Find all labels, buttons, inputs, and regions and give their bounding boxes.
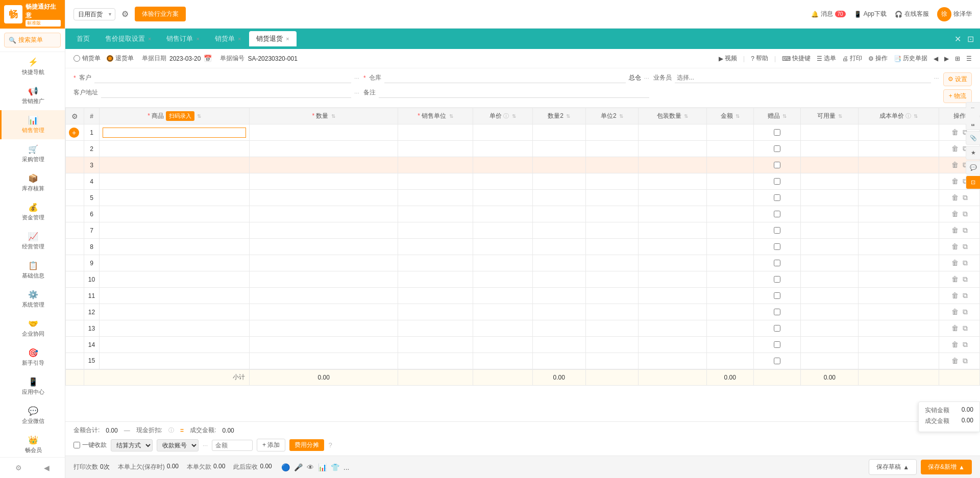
col-gear-icon[interactable]: ⚙ [71,112,78,120]
delete-row-6[interactable]: 🗑 [951,210,959,218]
topbar-gear-icon[interactable]: ⚙ [119,7,131,21]
footer-icon-5[interactable]: 👕 [330,463,340,471]
account-select[interactable]: 收款账号 [157,439,199,451]
tab-sales-order[interactable]: 销售订单 × [159,31,206,46]
save-new-btn[interactable]: 保存&新增 ▲ [921,460,972,474]
copy-row-5[interactable]: ⧉ [963,193,968,202]
delete-row-9[interactable]: 🗑 [951,259,959,267]
qty2-sort[interactable]: ⇅ [566,113,570,119]
delete-row-4[interactable]: 🗑 [951,177,959,186]
gift-checkbox-13[interactable] [774,325,780,332]
delete-row-14[interactable]: 🗑 [951,340,959,349]
qty-input-1[interactable] [253,128,395,137]
cost-price-cell-1[interactable] [859,124,939,141]
cost-price-sort[interactable]: ⇅ [914,113,918,119]
sidebar-item-shortcuts[interactable]: ⚡ 快捷导航 [0,52,65,81]
help-btn[interactable]: ? 帮助 [751,54,768,63]
print-btn[interactable]: 🖨 打印 [842,54,862,63]
next-record-btn[interactable]: ▶ [944,55,949,62]
available-cell-1[interactable] [801,124,859,141]
add-payment-btn[interactable]: + 添加 [257,439,285,451]
right-tool-active[interactable]: ⊡ [966,175,980,189]
unit-price-help[interactable]: ⓘ [503,113,509,119]
experience-btn[interactable]: 体验行业方案 [135,7,186,21]
unit-price-cell-1[interactable] [473,124,532,141]
copy-row-8[interactable]: ⧉ [963,242,968,251]
list-view-btn[interactable]: ☰ [966,55,972,62]
gift-sort[interactable]: ⇅ [782,113,787,119]
footer-icon-6[interactable]: ... [342,463,351,471]
customer-address-input[interactable] [101,87,351,98]
delete-row-15[interactable]: 🗑 [951,357,959,365]
right-tool-star[interactable]: ★ [966,146,980,160]
sidebar-item-apps[interactable]: 📱 应用中心 [0,372,65,401]
sidebar-item-basic[interactable]: 📋 基础信息 [0,256,65,285]
gift-checkbox-1[interactable] [774,129,780,136]
copy-row-12[interactable]: ⧉ [963,308,968,316]
discount-help[interactable]: ⓘ [168,426,174,434]
one-click-label[interactable]: 一键收款 [74,441,107,449]
copy-row-7[interactable]: ⧉ [963,226,968,235]
sidebar-item-operations[interactable]: 📈 经营管理 [0,227,65,256]
right-tool-attach[interactable]: 📎 [966,131,980,145]
qty-sort[interactable]: ⇅ [331,113,335,119]
qty-cell-2[interactable] [250,141,398,157]
gift-checkbox-11[interactable] [774,292,780,299]
cost-price-help[interactable]: ⓘ [905,113,911,119]
prev-record-btn[interactable]: ◀ [934,55,938,62]
footer-icon-4[interactable]: 📊 [317,463,328,471]
delete-row-13[interactable]: 🗑 [951,324,959,333]
gift-checkbox-4[interactable] [774,178,780,185]
tab-close-sales-order[interactable]: × [196,36,199,42]
sidebar-item-sales[interactable]: 📊 销售管理 [0,110,65,139]
online-service-btn[interactable]: 🎧 在线客服 [895,10,929,18]
available-sort[interactable]: ⇅ [838,113,842,119]
sidebar-item-system[interactable]: ⚙️ 系统管理 [0,285,65,314]
tab-price-settings[interactable]: 售价提取设置 × [98,31,158,46]
gift-checkbox-8[interactable] [774,243,780,250]
app-download-btn[interactable]: 📱 App下载 [854,10,887,18]
fee-help-icon[interactable]: ? [328,441,332,449]
sidebar-item-cooperation[interactable]: 🤝 企业协同 [0,314,65,343]
select-order-btn[interactable]: ☰ 选单 [817,54,836,63]
sales-unit-cell-1[interactable] [398,124,473,141]
remarks-input[interactable] [379,87,649,98]
delete-row-12[interactable]: 🗑 [951,308,959,316]
collapse-footer-btn[interactable]: ◀ [42,462,52,474]
gift-checkbox-7[interactable] [774,227,780,234]
copy-row-6[interactable]: ⧉ [963,210,968,218]
scan-input-btn[interactable]: 扫码录入 [166,111,194,121]
tab-close-price-settings[interactable]: × [148,36,151,42]
delete-row-btn-1[interactable]: 🗑 [951,128,959,137]
footer-icon-1[interactable]: 🔵 [280,463,291,471]
copy-row-11[interactable]: ⧉ [963,291,968,300]
sidebar-item-finance[interactable]: 💰 资金管理 [0,197,65,227]
copy-row-14[interactable]: ⧉ [963,340,968,349]
module-select[interactable]: 日用百货 [74,8,115,20]
gift-checkbox-5[interactable] [774,194,780,201]
delete-row-7[interactable]: 🗑 [951,226,959,235]
copy-row-9[interactable]: ⧉ [963,259,968,267]
right-tool-message[interactable]: 💬 [966,161,980,174]
radio-sales[interactable]: 销货单 [74,54,101,63]
search-menu-button[interactable]: 🔍 搜索菜单 [4,33,61,47]
logistics-btn[interactable]: + 物流 [943,89,972,103]
footer-icon-2[interactable]: 🎤 [293,463,304,471]
unit-price-sort[interactable]: ⇅ [512,113,516,119]
sidebar-item-wechat[interactable]: 💬 企业微信 [0,401,65,430]
copy-row-10[interactable]: ⧉ [963,275,968,284]
sidebar-item-guide[interactable]: 🎯 新手引导 [0,343,65,372]
gift-checkbox-2[interactable] [774,145,780,152]
calendar-icon[interactable]: 📅 [204,55,212,62]
radio-sales-input[interactable] [74,55,80,62]
product-sort[interactable]: ⇅ [197,113,201,119]
tab-close-sales-return[interactable]: × [286,36,289,42]
sidebar-item-inventory[interactable]: 📦 库存核算 [0,168,65,197]
footer-icon-3[interactable]: 👁 [306,463,315,471]
delete-row-3[interactable]: 🗑 [951,161,959,169]
product-input-1[interactable] [103,128,246,138]
grid-view-btn[interactable]: ⊞ [955,55,960,62]
delete-row-5[interactable]: 🗑 [951,193,959,202]
product-cell-3[interactable] [100,157,250,173]
pkg-qty-sort[interactable]: ⇅ [684,113,688,119]
